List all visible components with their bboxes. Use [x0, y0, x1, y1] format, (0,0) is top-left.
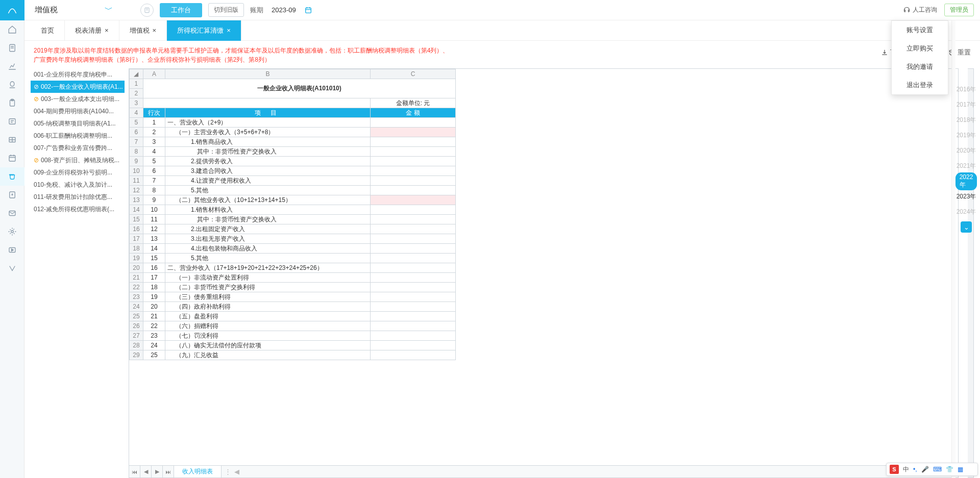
close-icon[interactable]: ×	[227, 27, 231, 34]
cell-line-no[interactable]: 20	[143, 302, 165, 312]
cell-line-no[interactable]: 8	[143, 186, 165, 195]
nav-doc-icon[interactable]	[0, 39, 24, 57]
cell-amount[interactable]	[371, 224, 456, 234]
nav-calendar-icon[interactable]	[0, 149, 24, 167]
cell-line-no[interactable]: 13	[143, 234, 165, 244]
row-header[interactable]: 19	[130, 254, 143, 263]
cell-line-no[interactable]: 3	[143, 137, 165, 147]
cell-amount[interactable]	[371, 331, 456, 341]
year-item[interactable]: 2024年	[955, 204, 977, 219]
cell-amount[interactable]	[371, 341, 456, 350]
cell-item[interactable]: （一）非流动资产处置利得	[165, 273, 371, 283]
tab-tax-list[interactable]: 税表清册×	[65, 20, 119, 41]
sheet-nav-last[interactable]: ⏭	[163, 466, 174, 477]
cell-line-no[interactable]: 16	[143, 263, 165, 273]
cell-amount[interactable]	[371, 147, 456, 157]
cell-item[interactable]: 1.销售商品收入	[165, 137, 371, 147]
year-collapse-icon[interactable]: ⌄	[961, 221, 972, 233]
cell-line-no[interactable]: 10	[143, 205, 165, 215]
cell-item[interactable]: （九）汇兑收益	[165, 350, 371, 360]
corner-cell[interactable]: ◢	[130, 69, 143, 79]
cell-amount[interactable]	[371, 254, 456, 263]
cell-item[interactable]: （四）政府补助利得	[165, 302, 371, 312]
cell-amount[interactable]	[371, 350, 456, 360]
sheet-tab[interactable]: 收入明细表	[174, 466, 222, 477]
nav-v-icon[interactable]	[0, 259, 24, 278]
form-list-item[interactable]: 006-职工薪酬纳税调整明细...	[31, 130, 125, 142]
cell-line-no[interactable]: 2	[143, 128, 165, 137]
cell-amount[interactable]	[371, 273, 456, 283]
row-header[interactable]: 6	[130, 128, 143, 137]
cell-amount[interactable]	[371, 137, 456, 147]
ime-mic-icon[interactable]: 🎤	[921, 466, 929, 473]
year-item[interactable]: 2021年	[955, 158, 977, 173]
notebook-icon[interactable]	[140, 4, 154, 17]
ime-skin-icon[interactable]: 👕	[946, 466, 953, 473]
nav-money-icon[interactable]	[0, 76, 24, 94]
col-header-B[interactable]: B	[165, 69, 371, 79]
col-header-C[interactable]: C	[371, 69, 456, 79]
row-header[interactable]: 11	[130, 176, 143, 186]
nav-chart-icon[interactable]	[0, 57, 24, 76]
cell-line-no[interactable]: 5	[143, 157, 165, 166]
calendar-icon[interactable]	[304, 6, 312, 14]
form-list-item[interactable]: 011-研发费用加计扣除优惠...	[31, 191, 125, 203]
row-header[interactable]: 4	[130, 108, 143, 118]
row-header[interactable]: 3	[130, 98, 143, 108]
tab-income-tax-settlement[interactable]: 所得税汇算清缴×	[167, 20, 241, 41]
row-header[interactable]: 25	[130, 312, 143, 321]
workbench-button[interactable]: 工作台	[160, 3, 202, 17]
sheet-nav-first[interactable]: ⏮	[129, 466, 140, 477]
row-header[interactable]: 29	[130, 350, 143, 360]
sheet-nav-prev[interactable]: ◀	[140, 466, 152, 477]
cell-item[interactable]: 其中：非货币性资产交换收入	[165, 147, 371, 157]
cell-item[interactable]: 3.建造合同收入	[165, 166, 371, 176]
cell-item[interactable]: 4.让渡资产使用权收入	[165, 176, 371, 186]
cell-amount[interactable]	[371, 176, 456, 186]
cell-item[interactable]: （八）确实无法偿付的应付款项	[165, 341, 371, 350]
cell-item[interactable]: （一）主营业务收入（3+5+6+7+8）	[165, 128, 371, 137]
cell-item[interactable]: 5.其他	[165, 254, 371, 263]
cell-item[interactable]: （二）非货币性资产交换利得	[165, 283, 371, 292]
cell-amount[interactable]	[371, 292, 456, 302]
close-icon[interactable]: ×	[153, 27, 157, 34]
year-item[interactable]: 2017年	[955, 97, 977, 112]
form-list-item[interactable]: ⊘003-一般企业成本支出明细...	[31, 93, 125, 105]
cell-line-no[interactable]: 22	[143, 321, 165, 331]
ime-keyboard-icon[interactable]: ⌨	[933, 466, 942, 473]
cell-line-no[interactable]: 12	[143, 224, 165, 234]
cell-amount[interactable]	[371, 321, 456, 331]
close-icon[interactable]: ×	[105, 27, 109, 34]
cell-item[interactable]: 二、营业外收入（17+18+19+20+21+22+23+24+25+26）	[165, 263, 371, 273]
row-header[interactable]: 1	[130, 79, 143, 89]
row-header[interactable]: 9	[130, 157, 143, 166]
nav-settings-icon[interactable]	[0, 222, 24, 241]
form-list-item[interactable]: 007-广告费和业务宣传费跨...	[31, 142, 125, 154]
form-list-item[interactable]: 004-期间费用明细表(A1040...	[31, 105, 125, 117]
cell-item[interactable]: 1.销售材料收入	[165, 205, 371, 215]
form-list-item[interactable]: ⊘008-资产折旧、摊销及纳税...	[31, 154, 125, 166]
user-menu-item[interactable]: 账号设置	[892, 21, 948, 39]
cell-item[interactable]: 3.出租无形资产收入	[165, 234, 371, 244]
cell-amount[interactable]	[371, 195, 456, 205]
nav-table-icon[interactable]	[0, 131, 24, 149]
cell-line-no[interactable]: 24	[143, 341, 165, 350]
cell-line-no[interactable]: 23	[143, 331, 165, 341]
cell-amount[interactable]	[371, 283, 456, 292]
year-item[interactable]: 2023年	[955, 189, 977, 204]
cell-amount[interactable]	[371, 186, 456, 195]
form-list-item[interactable]: ⊘002-一般企业收入明细表(A1...	[31, 81, 125, 93]
user-menu-item[interactable]: 退出登录	[892, 76, 948, 94]
cell-item[interactable]: 其中：非货币性资产交换收入	[165, 215, 371, 224]
row-header[interactable]: 2	[130, 89, 143, 98]
cell-amount[interactable]	[371, 157, 456, 166]
cell-line-no[interactable]: 15	[143, 254, 165, 263]
ime-lang[interactable]: 中	[903, 465, 909, 474]
year-item[interactable]: 2019年	[955, 128, 977, 143]
row-header[interactable]: 7	[130, 137, 143, 147]
row-header[interactable]: 22	[130, 283, 143, 292]
cell-line-no[interactable]: 18	[143, 283, 165, 292]
year-item[interactable]: 2016年	[955, 82, 977, 97]
cell-item[interactable]: （三）债务重组利得	[165, 292, 371, 302]
row-header[interactable]: 23	[130, 292, 143, 302]
